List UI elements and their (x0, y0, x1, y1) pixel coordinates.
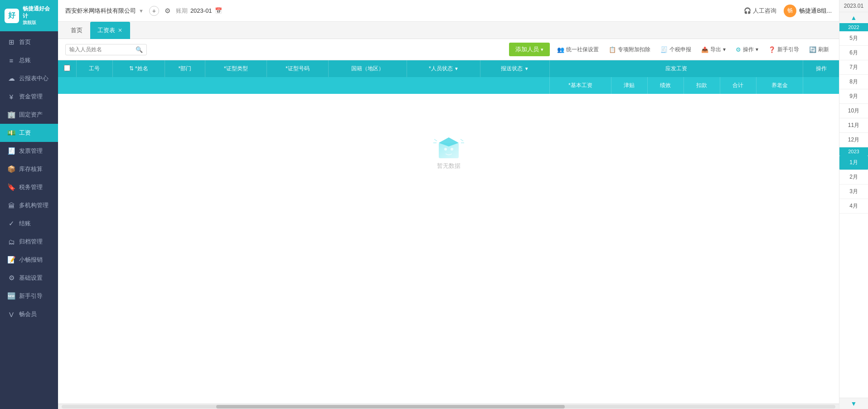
sidebar-label-expense: 小畅报销 (19, 256, 43, 264)
col-deduction: 扣款 (684, 77, 720, 94)
deduct-icon: 📋 (609, 46, 616, 53)
sidebar-item-tax[interactable]: 🔖 税务管理 (0, 178, 58, 196)
month-2023-04[interactable]: 4月 (839, 199, 868, 214)
settle-icon: ✓ (7, 219, 15, 228)
month-2022-09[interactable]: 9月 (839, 89, 868, 104)
add-company-button[interactable]: + (149, 6, 159, 16)
sidebar-item-settings[interactable]: ⚙ 基础设置 (0, 269, 58, 287)
sidebar-item-archive[interactable]: 🗂 归档管理 (0, 233, 58, 251)
social-settings-label: 统一社保设置 (566, 46, 599, 54)
calendar-icon[interactable]: 📅 (215, 7, 222, 14)
svg-line-6 (461, 139, 463, 141)
search-input[interactable] (69, 46, 133, 53)
sidebar-item-salary[interactable]: 💵 工资 (0, 124, 58, 142)
month-2022-10[interactable]: 10月 (839, 104, 868, 118)
social-icon: 👥 (557, 46, 564, 53)
col-department: *部门 (165, 60, 205, 77)
app-sub: 旗舰版 (23, 19, 53, 26)
sidebar-item-assets[interactable]: 🏢 固定资产 (0, 106, 58, 124)
svg-point-3 (451, 148, 453, 151)
operations-icon: ⚙ (736, 46, 741, 53)
company-selector[interactable]: 西安虾米网络科技有限公司 ▼ (65, 7, 144, 15)
sidebar-item-ledger[interactable]: ≡ 总账 (0, 51, 58, 69)
month-2023-03[interactable]: 3月 (839, 185, 868, 199)
month-2022-08[interactable]: 8月 (839, 75, 868, 89)
month-2022-11[interactable]: 11月 (839, 118, 868, 133)
select-all-checkbox-cell (58, 60, 76, 77)
refresh-icon: 🔄 (809, 46, 816, 53)
table-container: 工号 ⇅ *姓名 *部门 *证型类型 *证型号码 国籍（地区） *人员状态 ▼ … (58, 60, 839, 404)
sidebar-item-funds[interactable]: ¥ 资金管理 (0, 88, 58, 106)
add-person-label: 添加人员 (515, 45, 539, 54)
month-2022-12[interactable]: 12月 (839, 133, 868, 147)
col-name: ⇅ *姓名 (112, 60, 165, 77)
sidebar-item-settle[interactable]: ✓ 结账 (0, 214, 58, 233)
logo-text-block: 畅捷通好会计 旗舰版 (23, 5, 53, 26)
reports-icon: ☁ (7, 74, 15, 83)
special-deduct-label: 专项附加扣除 (618, 46, 650, 54)
month-2023-01[interactable]: 1月 (839, 156, 868, 170)
refresh-button[interactable]: 🔄 刷新 (806, 44, 832, 55)
sidebar-item-expense[interactable]: 📝 小畅报销 (0, 251, 58, 269)
sidebar-item-home[interactable]: ⊞ 首页 (0, 33, 58, 51)
table-header-row-1: 工号 ⇅ *姓名 *部门 *证型类型 *证型号码 国籍（地区） *人员状态 ▼ … (58, 60, 839, 77)
calendar-up-button[interactable]: ▲ (839, 12, 868, 23)
sidebar-item-inventory[interactable]: 📦 库存核算 (0, 160, 58, 178)
company-name: 西安虾米网络科技有限公司 (65, 7, 136, 15)
operations-button[interactable]: ⚙ 操作 ▾ (733, 44, 761, 55)
svg-point-2 (444, 148, 447, 151)
add-person-button[interactable]: 添加人员 ▾ (509, 43, 550, 56)
operations-label: 操作 (743, 46, 754, 54)
funds-icon: ¥ (7, 93, 15, 101)
month-2022-05[interactable]: 5月 (839, 31, 868, 46)
guide-button[interactable]: ❓ 新手引导 (766, 44, 802, 55)
refresh-label: 刷新 (818, 46, 829, 54)
sidebar-label-archive: 归档管理 (19, 238, 43, 246)
multi-icon: 🏛 (7, 202, 15, 209)
tab-home[interactable]: 首页 (63, 22, 90, 39)
member-icon: V (7, 311, 15, 318)
close-icon[interactable]: ✕ (118, 27, 122, 34)
calendar-down-button[interactable]: ▼ (839, 398, 868, 409)
settings-icon[interactable]: ⚙ (165, 7, 170, 15)
personal-tax-label: 个税申报 (669, 46, 691, 54)
sidebar-item-reports[interactable]: ☁ 云报表中心 (0, 69, 58, 88)
user-menu[interactable]: 畅 畅捷通B组... (784, 5, 832, 17)
spacer (58, 77, 549, 94)
month-2022-06[interactable]: 6月 (839, 46, 868, 60)
status-filter-icon[interactable]: ▼ (454, 66, 459, 71)
sidebar: 好 畅捷通好会计 旗舰版 ⊞ 首页 ≡ 总账 ☁ 云报表中心 ¥ 资金管理 🏢 … (0, 0, 58, 409)
tab-salary-sheet[interactable]: 工资表 ✕ (90, 22, 130, 39)
expense-icon: 📝 (7, 256, 15, 264)
table-body: 暂无数据 (58, 94, 839, 206)
invoices-icon: 🧾 (7, 147, 15, 155)
sidebar-item-invoices[interactable]: 🧾 发票管理 (0, 142, 58, 160)
report-filter-icon[interactable]: ▼ (524, 66, 529, 71)
sidebar-item-guide[interactable]: 🆕 新手引导 (0, 287, 58, 305)
period-display: 账期 2023-01 📅 (176, 7, 222, 15)
sidebar-item-multi[interactable]: 🏛 多机构管理 (0, 196, 58, 214)
sidebar-label-salary: 工资 (19, 129, 31, 137)
select-all-checkbox[interactable] (64, 65, 70, 71)
col-base-salary: *基本工资 (549, 77, 611, 94)
export-button[interactable]: 📤 导出 ▾ (698, 44, 728, 55)
social-settings-button[interactable]: 👥 统一社保设置 (554, 44, 601, 55)
export-dropdown-icon: ▾ (723, 46, 726, 53)
toolbar: 🔍 添加人员 ▾ 👥 统一社保设置 📋 专项附加扣除 🧾 个税申报 📤 导出 (58, 39, 839, 60)
export-icon: 📤 (701, 46, 708, 53)
search-icon[interactable]: 🔍 (136, 46, 143, 53)
sidebar-label-inventory: 库存核算 (19, 165, 43, 173)
col-status: *人员状态 ▼ (407, 60, 480, 77)
sidebar-label-tax: 税务管理 (19, 183, 43, 191)
sidebar-item-member[interactable]: V 畅会员 (0, 305, 58, 323)
tax-icon: 🧾 (660, 46, 668, 53)
month-2023-02[interactable]: 2月 (839, 170, 868, 185)
special-deduct-button[interactable]: 📋 专项附加扣除 (606, 44, 653, 55)
month-2022-07[interactable]: 7月 (839, 60, 868, 75)
app-header: 西安虾米网络科技有限公司 ▼ + ⚙ 账期 2023-01 📅 🎧 人工咨询 畅… (58, 0, 839, 22)
horizontal-scrollbar[interactable] (58, 404, 839, 409)
service-button[interactable]: 🎧 人工咨询 (744, 7, 776, 15)
sidebar-label-ledger: 总账 (19, 56, 31, 64)
salary-table: 工号 ⇅ *姓名 *部门 *证型类型 *证型号码 国籍（地区） *人员状态 ▼ … (58, 60, 839, 206)
personal-tax-button[interactable]: 🧾 个税申报 (658, 44, 694, 55)
